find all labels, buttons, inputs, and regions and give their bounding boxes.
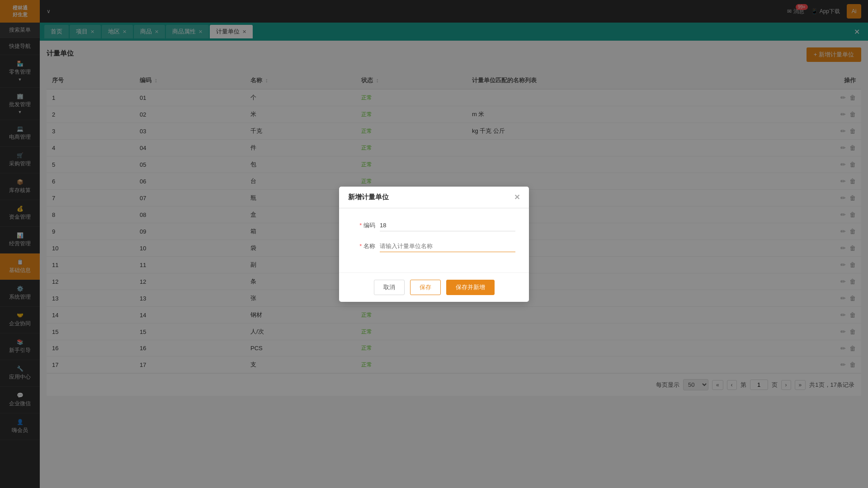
save-and-new-button[interactable]: 保存并新增: [446, 280, 495, 295]
code-label: 编码: [353, 221, 375, 230]
form-row-name: 名称: [353, 240, 515, 252]
modal-close-button[interactable]: ✕: [514, 193, 520, 202]
modal-overlay[interactable]: 新增计量单位 ✕ 编码 名称 取消 保存 保存并新增: [0, 0, 868, 488]
save-button[interactable]: 保存: [410, 280, 441, 295]
form-row-code: 编码: [353, 220, 515, 231]
cancel-button[interactable]: 取消: [374, 280, 405, 295]
modal-body: 编码 名称: [339, 208, 529, 272]
modal-title: 新增计量单位: [348, 193, 389, 202]
name-input[interactable]: [380, 240, 515, 252]
code-input[interactable]: [380, 220, 515, 231]
name-label: 名称: [353, 242, 375, 250]
modal-header: 新增计量单位 ✕: [339, 187, 529, 208]
modal-footer: 取消 保存 保存并新增: [339, 272, 529, 302]
add-measure-unit-modal: 新增计量单位 ✕ 编码 名称 取消 保存 保存并新增: [339, 187, 529, 302]
